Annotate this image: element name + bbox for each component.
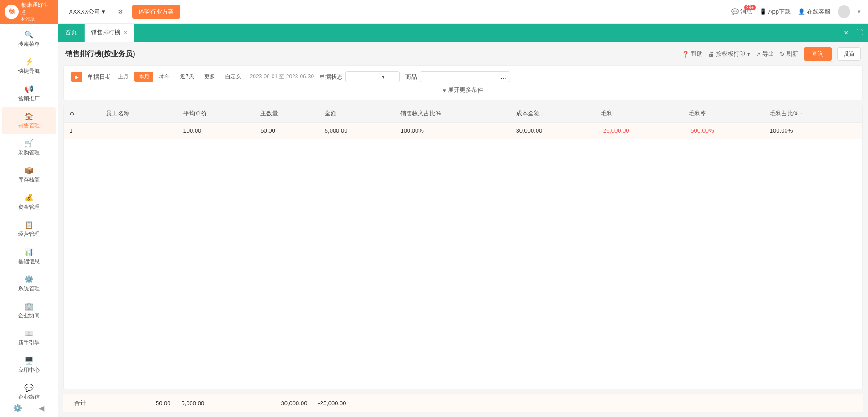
cost-info-icon[interactable]: ℹ [541, 111, 543, 116]
user-avatar[interactable] [838, 5, 850, 18]
online-service-button[interactable]: 👤 在线客服 [798, 8, 830, 16]
pill-this-year[interactable]: 本年 [155, 72, 174, 82]
sidebar-nav: 🔍搜索菜单⚡快捷导航📢营销推广🏠销售管理🛒采购管理📦库存核算💰资金管理📋经营管理… [0, 24, 58, 399]
export-button[interactable]: ↗ 导出 [756, 50, 774, 58]
sidebar-item-basics[interactable]: 📊基础信息 [2, 243, 56, 270]
pill-last-month[interactable]: 上月 [114, 72, 133, 82]
status-select[interactable]: ▾ [345, 71, 400, 82]
cell-gross-pct: 100.00% [764, 123, 862, 139]
data-table: ⚙ 员工名称 平均单价 主数量 全额 销售收入占比% 成本全额 ℹ 毛利 毛利率… [64, 105, 862, 139]
settings-button[interactable]: 设置 [837, 47, 861, 61]
cell-name [101, 123, 178, 139]
sidebar-item-finance[interactable]: 💰资金管理 [2, 189, 56, 216]
page-actions: ❓ 帮助 🖨 按模板打印 ▾ ↗ 导出 ↻ 刷新 查询 设置 [682, 47, 861, 61]
topbar-gear-button[interactable]: ⚙ [114, 5, 127, 18]
tab-close-button[interactable]: ✕ [123, 29, 128, 36]
status-label: 单据状态 [319, 73, 343, 81]
cell-avg-price: 100.00 [178, 123, 255, 139]
status-filter: 单据状态 ▾ [319, 71, 400, 82]
sidebar-bottom: ⚙️ ◀ [0, 399, 58, 417]
expand-conditions-button[interactable]: ▾ 展开更多条件 [71, 86, 855, 94]
col-gross-rate: 毛利率 [683, 105, 764, 123]
col-avg-price: 平均单价 [178, 105, 255, 123]
cell-rank: 1 [64, 123, 101, 139]
refresh-button[interactable]: ↻ 刷新 [780, 50, 798, 58]
export-icon: ↗ [756, 51, 761, 58]
date-pills: 上月 本月 本年 近7天 更多 自定义 [114, 72, 245, 82]
main-area: XXXXX公司 ▾ ⚙ 体验行业方案 💬 消息 99+ 📱 App下载 👤 在线… [58, 0, 868, 417]
collapse-icon[interactable]: ◀ [39, 404, 44, 412]
message-badge: 99+ [744, 5, 756, 10]
col-rank: ⚙ [64, 105, 101, 123]
topbar: XXXXX公司 ▾ ⚙ 体验行业方案 💬 消息 99+ 📱 App下载 👤 在线… [58, 0, 868, 24]
purchase-icon: 🛒 [24, 139, 34, 148]
pill-more[interactable]: 更多 [200, 72, 219, 82]
help-button[interactable]: ❓ 帮助 [682, 50, 703, 58]
app-label: App下载 [768, 8, 791, 16]
expand-down-icon: ▾ [443, 87, 446, 94]
expand-arrow-button[interactable]: ▶ [71, 72, 82, 82]
sidebar-item-quick[interactable]: ⚡快捷导航 [2, 53, 56, 80]
status-dropdown-icon: ▾ [382, 73, 396, 80]
product-label: 商品 [405, 73, 417, 81]
table-footer: 合计 50.00 5,000.00 30,000.00 -25,000.00 [63, 394, 863, 412]
basics-icon: 📊 [24, 248, 34, 256]
message-icon: 💬 [731, 8, 739, 15]
settings-icon[interactable]: ⚙️ [13, 404, 22, 412]
tab-sales-ranking[interactable]: 销售排行榜 ✕ [85, 24, 134, 42]
product-select[interactable]: … [420, 71, 510, 82]
message-button[interactable]: 💬 消息 99+ [731, 8, 752, 16]
col-qty: 主数量 [255, 105, 319, 123]
pill-7days[interactable]: 近7天 [176, 72, 198, 82]
sidebar-item-marketing[interactable]: 📢营销推广 [2, 80, 56, 107]
sidebar-item-wechat[interactable]: 💬企业微信 [2, 379, 56, 399]
marketing-icon: 📢 [24, 85, 34, 93]
pill-custom[interactable]: 自定义 [221, 72, 245, 82]
col-sales-pct: 销售收入占比% [395, 105, 510, 123]
app-icon: 📱 [759, 8, 767, 15]
company-name: XXXXX公司 [69, 8, 100, 16]
sidebar-item-apps[interactable]: 🖥️应用中心 [2, 352, 56, 379]
footer-cost: 30,000.00 [276, 400, 313, 407]
footer-label: 合计 [69, 399, 105, 407]
tab-close-all-icon[interactable]: ✕ [842, 28, 851, 37]
footer-gross: -25,000.00 [312, 400, 351, 407]
sidebar-item-search[interactable]: 🔍搜索菜单 [2, 26, 56, 53]
tab-maximize-icon[interactable]: ⛶ [854, 28, 864, 37]
print-dropdown-icon: ▾ [747, 51, 750, 58]
apps-icon: 🖥️ [24, 356, 34, 365]
page-title: 销售排行榜(按业务员) [65, 49, 135, 59]
filter-panel: ▶ 单据日期 上月 本月 本年 近7天 更多 自定义 2023-06-01 至 … [63, 65, 863, 100]
gross-pct-sort-icon[interactable]: ↕ [800, 111, 802, 116]
cell-amount: 5,000.00 [319, 123, 395, 139]
sidebar-item-operations[interactable]: 📋经营管理 [2, 216, 56, 243]
page-header: 销售排行榜(按业务员) ❓ 帮助 🖨 按模板打印 ▾ ↗ 导出 ↻ 刷新 [63, 47, 863, 61]
footer-amount: 5,000.00 [176, 400, 230, 407]
sidebar-item-inventory[interactable]: 📦库存核算 [2, 162, 56, 188]
cell-sales-pct: 100.00% [395, 123, 510, 139]
company-selector[interactable]: XXXXX公司 ▾ [65, 6, 109, 18]
operations-icon: 📋 [24, 220, 34, 229]
content-area: 销售排行榜(按业务员) ❓ 帮助 🖨 按模板打印 ▾ ↗ 导出 ↻ 刷新 [58, 42, 868, 417]
date-filter: 单据日期 上月 本月 本年 近7天 更多 自定义 2023-06-01 至 20… [87, 72, 314, 82]
cell-gross-rate: -500.00% [683, 123, 764, 139]
sidebar-item-guide[interactable]: 📖新手引导 [2, 325, 56, 351]
filter-row-top: ▶ 单据日期 上月 本月 本年 近7天 更多 自定义 2023-06-01 至 … [71, 71, 855, 82]
sidebar-item-purchase[interactable]: 🛒采购管理 [2, 134, 56, 161]
logo: 畅 畅康通好生意 标准版 [0, 0, 58, 24]
app-download-button[interactable]: 📱 App下载 [759, 8, 791, 16]
pill-this-month[interactable]: 本月 [134, 72, 153, 82]
sidebar-item-enterprise[interactable]: 🏢企业协同 [2, 297, 56, 324]
sidebar-item-sales[interactable]: 🏠销售管理 [2, 107, 56, 134]
trial-button[interactable]: 体验行业方案 [132, 5, 180, 19]
topbar-right: 💬 消息 99+ 📱 App下载 👤 在线客服 ▾ [731, 5, 861, 18]
date-label: 单据日期 [87, 73, 111, 81]
help-icon: ❓ [682, 51, 689, 58]
tab-home[interactable]: 首页 [58, 24, 85, 42]
query-button[interactable]: 查询 [804, 47, 832, 61]
system-icon: ⚙️ [24, 275, 34, 283]
sidebar-item-system[interactable]: ⚙️系统管理 [2, 270, 56, 297]
col-gross: 毛利 [595, 105, 683, 123]
cell-cost: 30,000.00 [511, 123, 596, 139]
print-button[interactable]: 🖨 按模板打印 ▾ [708, 50, 750, 58]
